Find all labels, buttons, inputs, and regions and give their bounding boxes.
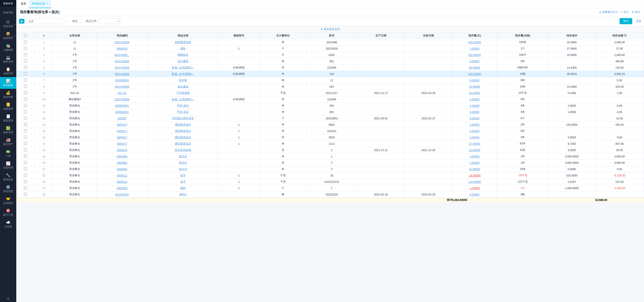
print-arrow-icon: ▾ [616,11,618,14]
sidebar-item-inventory[interactable]: 📊 库存核算 [0,77,16,89]
col-warehouse: 仓库名称 [53,32,96,39]
sidebar-item-wholesale[interactable]: 📦 批发管理 [0,30,16,42]
expand-conditions[interactable]: ▼ 展开更多条件 [16,26,644,32]
table-row: 24营业粮仓0000029展际1个1-1.00000-1个1,000.0000-… [16,185,644,191]
col-cost: 结存成本 [548,32,595,39]
table-row: 21营业粮仓0000084批次次米310.0000010米0.00000.00 [16,166,644,172]
footer-total-amount: 32,589.05 [595,198,644,202]
col-spec: 规格型号 [218,32,260,39]
tab-bar: 首页 库存批次查 ✕ [16,0,644,8]
table-row: 1110023-00009软胶通用地垫米2021098100.00000100米… [16,39,644,46]
sidebar-item-operations[interactable]: 📈 经营管理 [0,160,16,171]
sidebar-item-guide[interactable]: 🎯 新手引导 [0,207,16,218]
table-row: 72号001000026批次框吨110.000000吨0.00 [16,77,644,84]
sidebar-item-finance[interactable]: 💰 资金管理 [0,89,16,101]
sidebar-search-container: 快捷导航 [0,7,16,18]
print-icon: 🖨 [599,11,602,14]
sidebar-item-nav[interactable]: 快捷导航 [1,9,16,16]
sidebar-item-retail[interactable]: 🛒 零售管理 [0,18,16,30]
select-all-checkbox[interactable] [24,34,27,37]
table-row: 18营业粮仓0000078多头异色软线支22021-12-212021-12-2… [16,147,644,153]
sidebar-item-fixed-assets[interactable]: 🏭 固定资产 [0,136,16,148]
table-row: 22营业粮仓0000012批号1千克33-16.00000-16千克333.00… [16,172,644,179]
sidebar: 搜索菜单 快捷导航 🛒 零售管理 📦 批发管理 🛍️ 小额电商 💻 电商管理 📋… [0,0,16,302]
page-header: 现存量查询(按仓库＋批次) 🖨 按模板打印 ▾ ↗ 导出 👁 展示 [16,8,644,16]
payroll-icon: 💵 [1,149,16,154]
table-footer-row: 合计 6,302.60000 32,589.05 [16,198,644,202]
footer-total-qty: 6,302.60000 [452,198,497,202]
col-qty-pkg: 现存量(包装) [497,32,548,39]
sidebar-item-small-ecommerce[interactable]: 🛍️ 小额电商 [0,42,16,54]
sidebar-item-purchase[interactable]: 📋 采购管理 [0,65,16,77]
purchase-icon: 📋 [1,67,16,71]
footer-label: 合计 [16,198,452,202]
sidebar-item-cloud[interactable]: ☁️ 云应用 [0,218,16,230]
table-row: 31号0023-0000...测测批次斤A001100.00000100斤20.… [16,52,644,58]
basic-info-icon: 🔧 [1,173,16,177]
ledger-icon: 📒 [1,102,16,107]
operations-icon: 📈 [1,161,16,166]
table-row: 82号0023-00005批次遴选米00110.0000010米10.00001… [16,84,644,90]
filter-dots-1: ... [66,19,70,23]
table-container: # 仓库名称 商品编码 商品名称 规格型号 主计量单位 批号 生产日期 失效日期… [16,32,644,202]
content-area: 现存量查询(按仓库＋批次) 🖨 按模板打印 ▾ ↗ 导出 👁 展示 ▶ [16,8,644,302]
cloud-icon: ☁️ [1,220,16,225]
sidebar-logo[interactable]: 搜索菜单 [0,0,16,7]
tab-inventory-batch[interactable]: 库存批次查 ✕ [29,0,51,8]
inventory-table: # 仓库名称 商品编码 商品名称 规格型号 主计量单位 批号 生产日期 失效日期… [16,32,644,202]
system-icon: ⚙️ [1,185,16,189]
display-action[interactable]: 👁 展示 [632,10,640,14]
filter-toggle-button[interactable]: ▶ [19,19,24,24]
table-row: 16营业粮仓0000017测试电笔批次1件00033.000003件3.0000… [16,134,644,141]
tab-home[interactable]: 首页 [18,0,29,8]
table-row: 9A01-01A01-01子件保质期千克202112172021-12-1720… [16,90,644,96]
main-area: 首页 库存批次查 ✕ 现存量查询(按仓库＋批次) 🖨 按模板打印 ▾ ↗ 导出 [16,0,644,302]
sidebar-item-settings[interactable]: ⚙ [0,295,16,302]
search-button[interactable]: 查询 [620,18,632,24]
goods-label: 商品 [72,19,78,23]
print-action[interactable]: 🖨 按模板打印 ▾ [599,10,618,14]
sidebar-item-ecommerce[interactable]: 💻 电商管理 [0,54,16,65]
table-row: 23营业粮仓0000012批号1千克1222222222122.00000122… [16,179,644,185]
sidebar-item-collab[interactable]: 🤝 企业协同 [0,195,16,207]
table-row: 19营业粮仓0000084批次次米11.000001米2,000.00002,0… [16,153,644,160]
col-prod-date: 生产日期 [357,32,405,39]
col-amount: 结存金额 ① [595,32,644,39]
collab-icon: 🤝 [1,197,16,201]
table-header-row: # 仓库名称 商品编码 商品名称 规格型号 主计量单位 批号 生产日期 失效日期… [16,32,644,39]
table-row: 25营业粮仓001000031鲜钙A瓶202202162022-02-16202… [16,191,644,198]
guide-icon: 🎯 [1,208,16,213]
sidebar-item-ledger[interactable]: 📒 总账管理 [0,101,16,112]
page-title: 现存量查询(按仓库＋批次) [20,10,60,14]
col-name: 商品名称 [148,32,218,39]
export-action[interactable]: ↗ 导出 [620,10,629,14]
category-select[interactable] [98,19,121,24]
sidebar-item-tax[interactable]: 💹 税务管理 [0,124,16,136]
table-row: 17营业粮仓0000017测试电笔批次1件111187.0000087件9.73… [16,141,644,147]
sidebar-item-system[interactable]: ⚙️ 系统管理 [0,183,16,195]
header-actions: 🖨 按模板打印 ▾ ↗ 导出 👁 展示 [599,10,640,14]
sidebar-item-payroll[interactable]: 💵 工资 [0,148,16,160]
filter-bar: ▶ ... 商品 ... 商品分类 查询 设置 [16,16,644,26]
table-row: 61号0023-00008富诚（白色/奶棕）白色/奶棕件123100.00000… [16,71,644,77]
tax-icon: 💹 [1,126,16,130]
ecommerce-icon: 💻 [1,55,16,60]
warehouse-input[interactable] [26,19,64,24]
settings-bottom-icon: ⚙ [7,297,9,300]
col-exp-date: 失效日期 [405,32,452,39]
invoice-icon: 🧾 [1,114,16,118]
category-label: 商品分类 [86,19,96,23]
display-icon: 👁 [632,11,634,14]
table-row: 14营业粮仓0000017测试电笔批次1件00012.000002件120.00… [16,122,644,128]
sidebar-item-invoice[interactable]: 🧾 发票管理 [0,112,16,124]
table-row: 2110000029展际1个202204291.000001个37.950037… [16,46,644,52]
table-row: 13营业粮仓000097POS显示库存异常个202109012021-09-01… [16,115,644,122]
small-ecommerce-icon: 🛍️ [1,44,16,48]
table-row: 12营业粮仓000900001POS 批次米0014.000004米1.0000… [16,109,644,115]
col-code: 商品编码 [96,32,148,39]
finance-icon: 💰 [1,91,16,95]
tab-close-button[interactable]: ✕ [46,3,48,5]
export-icon: ↗ [620,11,623,14]
sidebar-item-basic-info[interactable]: 🔧 基础信息 [0,171,16,183]
settings-link[interactable]: 设置 [636,19,641,23]
